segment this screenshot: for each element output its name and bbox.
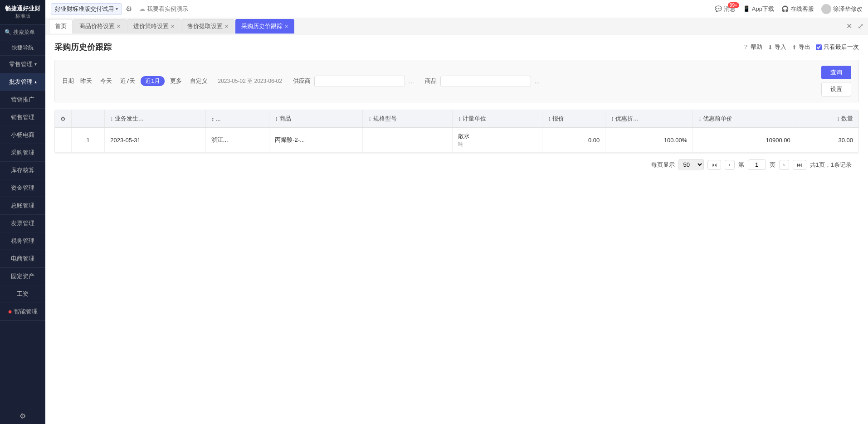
quick-nav-label: 快捷导航 — [12, 44, 34, 52]
th-bizdate[interactable]: ↕ 业务发生... — [105, 110, 206, 128]
tab-close-btn[interactable]: ✕ — [845, 21, 853, 31]
tax-label: 税务管理 — [11, 237, 34, 245]
help-label: 帮助 — [751, 43, 762, 51]
tab-expand-btn[interactable]: ⤢ — [857, 21, 864, 31]
sidebar-item-quick-nav[interactable]: 快捷导航 — [0, 40, 45, 56]
tab-home[interactable]: 首页 — [49, 19, 73, 34]
product-ellipsis-icon[interactable]: ... — [535, 77, 540, 85]
sidebar-item-finance[interactable]: 资金管理 — [0, 179, 45, 197]
page-prev-btn[interactable]: ‹ — [725, 160, 735, 170]
sidebar-item-wholesale[interactable]: 批发管理 ▴ — [0, 73, 45, 91]
sidebar-item-retail[interactable]: 零售管理 ▾ — [0, 56, 45, 73]
messages-button[interactable]: 💬 消息 99+ — [715, 5, 736, 13]
th-spec[interactable]: ↕ 规格型号 — [363, 110, 453, 128]
page-first-btn[interactable]: ⏮ — [707, 160, 721, 170]
sidebar-item-ecommerce-small[interactable]: 小畅电商 — [0, 126, 45, 144]
only-last-label: 只看最后一次 — [824, 43, 859, 51]
tab-history[interactable]: 采购历史价跟踪 ✕ — [235, 19, 294, 34]
sidebar-item-invoice[interactable]: 发票管理 — [0, 215, 45, 232]
tab-price[interactable]: 商品价格设置 ✕ — [73, 19, 127, 34]
import-button[interactable]: ⬇ 导入 — [768, 43, 786, 51]
page-size-select[interactable]: 50 10 20 100 — [678, 159, 704, 170]
import-label: 导入 — [775, 43, 786, 51]
query-button[interactable]: 查询 — [821, 66, 851, 79]
date-btn-custom[interactable]: 自定义 — [187, 76, 210, 86]
th-quote[interactable]: ↕ 报价 — [542, 110, 605, 128]
filter-actions: 查询 设置 — [821, 66, 851, 96]
th-gear[interactable]: ⚙ — [55, 110, 72, 128]
tab-price-close-icon[interactable]: ✕ — [117, 24, 121, 29]
only-last-checkbox-label[interactable]: 只看最后一次 — [816, 43, 859, 51]
date-btn-yesterday[interactable]: 昨天 — [78, 76, 95, 86]
phone-icon: 📱 — [743, 5, 750, 12]
td-qty: 30.00 — [796, 128, 858, 153]
td-index: 1 — [72, 128, 105, 153]
app-download-button[interactable]: 📱 App下载 — [743, 5, 774, 13]
tab-strategy[interactable]: 进价策略设置 ✕ — [127, 19, 180, 34]
sidebar-item-smart[interactable]: ● 智能管理 — [0, 303, 45, 321]
supplier-filter: 供应商 ... — [293, 76, 414, 87]
data-table-container: ⚙ ↕ 业务发生... ↕ ... ↕ 商品 ↕ 规格型号 — [54, 110, 859, 153]
sidebar-item-inventory[interactable]: 库存核算 — [0, 162, 45, 179]
product-input[interactable] — [440, 76, 531, 87]
supplier-ellipsis-icon[interactable]: ... — [409, 77, 414, 85]
page-last-btn[interactable]: ⏭ — [793, 160, 806, 170]
date-btn-7days[interactable]: 近7天 — [117, 76, 138, 86]
th-unit[interactable]: ↕ 计量单位 — [453, 110, 542, 128]
date-btn-today[interactable]: 今天 — [98, 76, 115, 86]
selector-arrow-icon: ▾ — [116, 6, 118, 11]
online-service-button[interactable]: 🎧 在线客服 — [781, 5, 814, 13]
tab-history-close-icon[interactable]: ✕ — [284, 24, 288, 29]
tab-sale-close-icon[interactable]: ✕ — [224, 24, 229, 29]
help-button[interactable]: ？ 帮助 — [743, 43, 762, 51]
wholesale-arrow: ▴ — [34, 79, 37, 84]
version-selector[interactable]: 好业财标准版交付试用 ▾ — [51, 3, 122, 15]
th-pre-discount-price[interactable]: ↕ 优惠前单价 — [693, 110, 796, 128]
th-discount[interactable]: ↕ 优惠折... — [605, 110, 693, 128]
sidebar-item-ecommerce[interactable]: 电商管理 — [0, 250, 45, 268]
page-actions: ？ 帮助 ⬇ 导入 ⬆ 导出 只看最后一次 — [743, 43, 859, 51]
data-table: ⚙ ↕ 业务发生... ↕ ... ↕ 商品 ↕ 规格型号 — [55, 110, 858, 153]
total-info: 共1页，1条记录 — [810, 161, 852, 169]
tab-sale[interactable]: 售价提取设置 ✕ — [181, 19, 234, 34]
supplier-filter-label: 供应商 — [293, 77, 311, 85]
td-gear — [55, 128, 72, 153]
td-supplier: 浙江... — [205, 128, 269, 153]
payroll-label: 工资 — [17, 290, 29, 298]
user-label: 徐泽华修改 — [833, 5, 863, 13]
per-page-label: 每页显示 — [651, 161, 675, 169]
sidebar-item-payroll[interactable]: 工资 — [0, 285, 45, 303]
export-button[interactable]: ⬆ 导出 — [792, 43, 810, 51]
tab-strategy-close-icon[interactable]: ✕ — [171, 24, 175, 29]
general-ledger-label: 总账管理 — [11, 202, 34, 210]
sidebar-item-sales[interactable]: 销售管理 — [0, 109, 45, 126]
sidebar-item-purchase[interactable]: 采购管理 — [0, 144, 45, 162]
filter-settings-button[interactable]: 设置 — [821, 82, 851, 96]
page-number-input[interactable] — [748, 159, 766, 170]
sidebar-item-marketing[interactable]: 营销推广 — [0, 91, 45, 109]
page-header: 采购历史价跟踪 ？ 帮助 ⬇ 导入 ⬆ 导出 只看最后一次 — [54, 42, 859, 53]
th-ellipsis[interactable]: ↕ ... — [205, 110, 269, 128]
date-btn-more[interactable]: 更多 — [167, 76, 185, 86]
page-next-btn[interactable]: › — [779, 160, 789, 170]
th-product[interactable]: ↕ 商品 — [269, 110, 363, 128]
only-last-checkbox[interactable] — [816, 44, 822, 50]
sidebar: 畅捷通好业财 标准版 🔍 搜索菜单 快捷导航 零售管理 ▾ 批发管理 ▴ 营销推… — [0, 0, 45, 424]
supplier-input[interactable] — [314, 76, 405, 87]
sidebar-item-general-ledger[interactable]: 总账管理 — [0, 197, 45, 215]
tab-history-label: 采购历史价跟踪 — [241, 22, 283, 30]
ecommerce-label: 电商管理 — [11, 255, 34, 263]
sidebar-item-fixed-assets[interactable]: 固定资产 — [0, 268, 45, 285]
sidebar-search[interactable]: 🔍 搜索菜单 — [0, 25, 45, 40]
sidebar-item-tax[interactable]: 税务管理 — [0, 232, 45, 250]
date-filter: 日期 昨天 今天 近7天 近1月 更多 自定义 2023-05-02 至 202… — [62, 76, 282, 86]
settings-icon[interactable]: ⚙ — [20, 412, 26, 420]
demo-text: 我要看实例演示 — [147, 5, 188, 13]
th-qty[interactable]: ↕ 数量 — [796, 110, 858, 128]
demo-button[interactable]: ☁ 我要看实例演示 — [139, 5, 188, 13]
filter-row: 日期 昨天 今天 近7天 近1月 更多 自定义 2023-05-02 至 202… — [62, 66, 851, 96]
date-btn-1month[interactable]: 近1月 — [141, 76, 165, 86]
topbar-settings-icon[interactable]: ⚙ — [126, 5, 132, 13]
service-label: 在线客服 — [790, 5, 814, 13]
user-menu-button[interactable]: 徐泽华修改 — [821, 4, 863, 14]
